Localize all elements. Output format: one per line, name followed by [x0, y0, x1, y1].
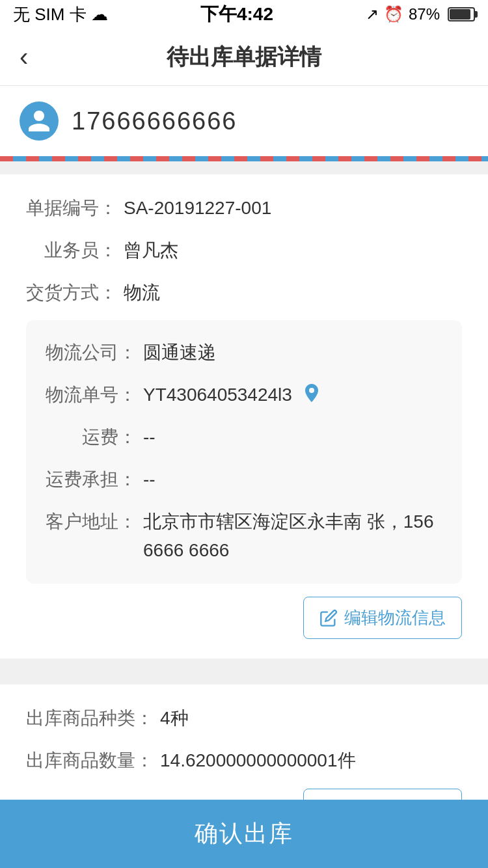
delivery-row: 交货方式： 物流 — [26, 278, 462, 308]
address-label: 客户地址： — [46, 508, 137, 537]
page-title: 待出库单据详情 — [167, 42, 321, 72]
status-left: 无 SIM 卡 ☁ — [13, 3, 108, 26]
order-no-row: 单据编号： SA-20191227-001 — [26, 194, 462, 223]
delivery-value: 物流 — [124, 278, 462, 308]
freight-bearer-value: -- — [143, 465, 442, 495]
confirm-button[interactable]: 确认出库 — [0, 818, 488, 850]
confirm-button-wrap: 确认出库 — [0, 800, 488, 868]
back-button[interactable]: ‹ — [20, 42, 28, 72]
edit-icon — [319, 609, 338, 627]
goods-types-value: 4种 — [160, 704, 462, 733]
goods-types-row: 出库商品种类： 4种 — [26, 704, 462, 733]
goods-quantity-value: 14.620000000000001件 — [160, 746, 462, 776]
delivery-label: 交货方式： — [26, 278, 117, 308]
order-info-section: 单据编号： SA-20191227-001 业务员： 曾凡杰 交货方式： 物流 … — [0, 174, 488, 658]
freight-label: 运费： — [46, 423, 137, 452]
alarm-icon: ⏰ — [384, 5, 403, 23]
battery-percent: 87% — [409, 5, 440, 23]
edit-logistics-container: 编辑物流信息 — [26, 597, 462, 639]
edit-logistics-label: 编辑物流信息 — [344, 606, 446, 629]
location-status-icon: ↗ — [366, 5, 379, 23]
nav-bar: ‹ 待出库单据详情 — [0, 29, 488, 86]
status-bar: 无 SIM 卡 ☁ 下午4:42 ↗ ⏰ 87% — [0, 0, 488, 29]
logistics-company-value: 圆通速递 — [143, 338, 442, 368]
goods-quantity-row: 出库商品数量： 14.620000000000001件 — [26, 746, 462, 776]
section-divider — [0, 658, 488, 671]
tracking-number-text: YT43064053424l3 — [143, 381, 292, 410]
goods-quantity-label: 出库商品数量： — [26, 746, 154, 776]
edit-logistics-button[interactable]: 编辑物流信息 — [303, 597, 462, 639]
user-phone: 17666666666 — [72, 107, 237, 135]
dashed-divider — [0, 156, 488, 161]
logistics-box: 物流公司： 圆通速递 物流单号： YT43064053424l3 运费： -- … — [26, 320, 462, 584]
address-row: 客户地址： 北京市市辖区海淀区永丰南 张，156 6666 6666 — [46, 508, 442, 566]
logistics-trackingno-label: 物流单号： — [46, 381, 137, 410]
logistics-company-label: 物流公司： — [46, 338, 137, 368]
order-no-label: 单据编号： — [26, 194, 117, 223]
status-time: 下午4:42 — [200, 2, 273, 27]
user-header: 17666666666 — [0, 86, 488, 156]
logistics-company-row: 物流公司： 圆通速递 — [46, 338, 442, 368]
freight-row: 运费： -- — [46, 423, 442, 452]
logistics-trackingno-row: 物流单号： YT43064053424l3 — [46, 381, 442, 410]
freight-bearer-row: 运费承担： -- — [46, 465, 442, 495]
goods-types-label: 出库商品种类： — [26, 704, 154, 733]
freight-value: -- — [143, 423, 442, 452]
salesman-value: 曾凡杰 — [124, 236, 462, 265]
salesman-row: 业务员： 曾凡杰 — [26, 236, 462, 265]
battery-icon — [448, 7, 475, 21]
map-location-icon[interactable] — [300, 384, 323, 407]
address-value: 北京市市辖区海淀区永丰南 张，156 6666 6666 — [143, 508, 442, 566]
salesman-label: 业务员： — [26, 236, 117, 265]
user-avatar-icon — [26, 108, 52, 134]
avatar — [20, 102, 59, 141]
logistics-trackingno-value: YT43064053424l3 — [143, 381, 442, 410]
freight-bearer-label: 运费承担： — [46, 465, 137, 495]
sim-label: 无 SIM 卡 ☁ — [13, 3, 108, 26]
order-no-value: SA-20191227-001 — [124, 194, 462, 223]
status-right: ↗ ⏰ 87% — [366, 5, 475, 23]
